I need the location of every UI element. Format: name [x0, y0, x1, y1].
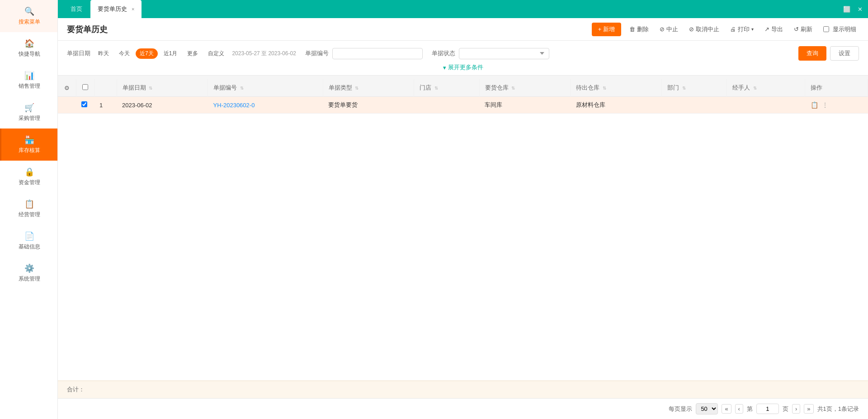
date-btn-yesterday[interactable]: 昨天: [94, 48, 113, 59]
per-page-select[interactable]: 50: [696, 403, 718, 414]
cancel-stop-icon: ⊘: [689, 26, 694, 33]
first-page-button[interactable]: «: [722, 404, 731, 414]
page-header: 要货单历史 + 新增 🗑 删除 ⊘ 中止 ⊘ 取消中止 🖨 打印: [58, 18, 868, 41]
sidebar-item-purchase[interactable]: 🛒 采购管理: [0, 96, 57, 129]
next-page-button[interactable]: ›: [792, 404, 800, 414]
col-settings[interactable]: ⚙: [58, 79, 76, 97]
row-store: [414, 97, 479, 114]
col-doc-type[interactable]: 单据类型 ⇅: [323, 79, 414, 97]
sort-req-warehouse-icon: ⇅: [511, 86, 515, 90]
refresh-icon: ↺: [794, 26, 799, 33]
sidebar-item-search-menu[interactable]: 🔍 搜索菜单: [0, 0, 57, 32]
summary-label: 合计：: [67, 386, 85, 393]
restore-button[interactable]: ⬜: [843, 6, 850, 13]
status-select[interactable]: [459, 48, 549, 59]
stop-icon: ⊘: [660, 26, 665, 33]
sidebar-item-inventory[interactable]: 🏪 库存核算: [0, 129, 57, 161]
row-checkbox-input[interactable]: [81, 101, 87, 107]
expand-more-button[interactable]: ▾ 展开更多条件: [67, 63, 859, 71]
sidebar-item-system[interactable]: ⚙️ 系统管理: [0, 257, 57, 289]
tab-home[interactable]: 首页: [63, 0, 90, 18]
refresh-button[interactable]: ↺ 刷新: [791, 24, 815, 35]
tab-close-requisition-history[interactable]: ×: [132, 6, 134, 12]
delete-button[interactable]: 🗑 删除: [627, 24, 651, 35]
settings-button[interactable]: 设置: [830, 46, 859, 61]
toolbar: + 新增 🗑 删除 ⊘ 中止 ⊘ 取消中止 🖨 打印 ▾: [592, 23, 859, 36]
col-handler[interactable]: 经手人 ⇅: [727, 79, 805, 97]
doc-no-input[interactable]: [332, 48, 423, 59]
page-suffix-label: 页: [783, 405, 788, 413]
sidebar: 🔍 搜索菜单 🏠 快捷导航 📊 销售管理 🛒 采购管理 🏪 库存核算 🔒 资金管…: [0, 0, 58, 419]
export-button[interactable]: ↗ 导出: [762, 24, 786, 35]
date-btn-more[interactable]: 更多: [183, 48, 202, 59]
filter-row: 单据日期 昨天 今天 近7天 近1月 更多 自定义 2023-05-27 至 2…: [67, 46, 859, 61]
sidebar-item-quick-nav[interactable]: 🏠 快捷导航: [0, 32, 57, 64]
table-header-row: ⚙ 单据日期 ⇅ 单据编号 ⇅ 单据类型 ⇅ 门店 ⇅ 要货仓库 ⇅ 待出仓库 …: [58, 79, 868, 97]
delete-icon: 🗑: [629, 26, 635, 33]
filter-actions: 查询 设置: [798, 46, 859, 61]
row-handler: [727, 97, 805, 114]
sidebar-icon-search-menu: 🔍: [24, 6, 34, 16]
status-filter-group: 单据状态: [432, 48, 549, 59]
export-icon: ↗: [764, 26, 769, 33]
date-btn-custom[interactable]: 自定义: [204, 48, 228, 59]
row-action: 📋 ⋮: [805, 97, 868, 114]
show-detail-input[interactable]: [823, 26, 829, 32]
date-btn-7days[interactable]: 近7天: [136, 48, 158, 59]
sort-handler-icon: ⇅: [753, 86, 757, 90]
page-input[interactable]: [756, 404, 779, 414]
page-title: 要货单历史: [67, 24, 108, 35]
col-store[interactable]: 门店 ⇅: [414, 79, 479, 97]
main-area: 首页要货单历史× ⬜ ✕ 要货单历史 + 新增 🗑 删除 ⊘ 中止 ⊘: [58, 0, 868, 419]
tab-requisition-history[interactable]: 要货单历史×: [90, 0, 142, 18]
sidebar-label-inventory: 库存核算: [19, 147, 40, 154]
date-filter-group: 单据日期 昨天 今天 近7天 近1月 更多 自定义 2023-05-27 至 2…: [67, 48, 296, 59]
col-checkbox: [76, 79, 94, 97]
total-info: 共1页，1条记录: [817, 405, 859, 413]
col-department[interactable]: 部门 ⇅: [661, 79, 726, 97]
row-settings: [58, 97, 76, 114]
pagination-bar: 每页显示 50 « ‹ 第 页 › » 共1页，1条记录: [58, 398, 868, 419]
new-button[interactable]: + 新增: [592, 23, 621, 36]
col-doc-no[interactable]: 单据编号 ⇅: [208, 79, 323, 97]
table-area: ⚙ 单据日期 ⇅ 单据编号 ⇅ 单据类型 ⇅ 门店 ⇅ 要货仓库 ⇅ 待出仓库 …: [58, 79, 868, 381]
sort-doc-no-icon: ⇅: [240, 86, 244, 90]
close-window-button[interactable]: ✕: [858, 6, 863, 13]
date-btn-1month[interactable]: 近1月: [160, 48, 182, 59]
sidebar-label-quick-nav: 快捷导航: [19, 50, 40, 58]
sidebar-icon-purchase: 🛒: [24, 103, 34, 113]
sidebar-item-operation[interactable]: 📋 经营管理: [0, 193, 57, 225]
stop-button[interactable]: ⊘ 中止: [657, 24, 681, 35]
show-detail-checkbox[interactable]: 显示明细: [821, 24, 859, 35]
content-area: 要货单历史 + 新增 🗑 删除 ⊘ 中止 ⊘ 取消中止 🖨 打印: [58, 18, 868, 419]
col-doc-date[interactable]: 单据日期 ⇅: [117, 79, 208, 97]
date-btn-today[interactable]: 今天: [115, 48, 134, 59]
sidebar-item-sales[interactable]: 📊 销售管理: [0, 64, 57, 96]
sidebar-item-basic[interactable]: 📄 基础信息: [0, 225, 57, 257]
page-prefix-label: 第: [747, 405, 753, 413]
print-button[interactable]: 🖨 打印 ▾: [727, 24, 756, 35]
sidebar-label-basic: 基础信息: [19, 243, 40, 251]
row-view-icon[interactable]: 📋: [811, 101, 818, 109]
topbar-right: ⬜ ✕: [843, 6, 863, 13]
tab-label-home: 首页: [71, 5, 82, 13]
query-button[interactable]: 查询: [798, 46, 826, 61]
last-page-button[interactable]: »: [804, 404, 813, 414]
row-more-icon[interactable]: ⋮: [822, 101, 828, 109]
sidebar-label-purchase: 采购管理: [19, 114, 40, 122]
doc-no-label: 单据编号: [305, 49, 329, 57]
col-index: [94, 79, 117, 97]
filter-area: 单据日期 昨天 今天 近7天 近1月 更多 自定义 2023-05-27 至 2…: [58, 41, 868, 76]
row-pending-warehouse: 原材料仓库: [571, 97, 662, 114]
row-doc-no-link[interactable]: YH-20230602-0: [213, 102, 255, 109]
cancel-stop-button[interactable]: ⊘ 取消中止: [686, 24, 722, 35]
sidebar-item-finance[interactable]: 🔒 资金管理: [0, 161, 57, 193]
prev-page-button[interactable]: ‹: [735, 404, 743, 414]
date-range-display: 2023-05-27 至 2023-06-02: [232, 50, 296, 57]
col-req-warehouse[interactable]: 要货仓库 ⇅: [479, 79, 571, 97]
col-pending-warehouse[interactable]: 待出仓库 ⇅: [571, 79, 662, 97]
select-all-checkbox[interactable]: [82, 84, 88, 90]
sidebar-icon-inventory: 🏪: [24, 135, 34, 145]
sidebar-icon-finance: 🔒: [24, 167, 34, 177]
row-doc-type: 要货单要货: [323, 97, 414, 114]
